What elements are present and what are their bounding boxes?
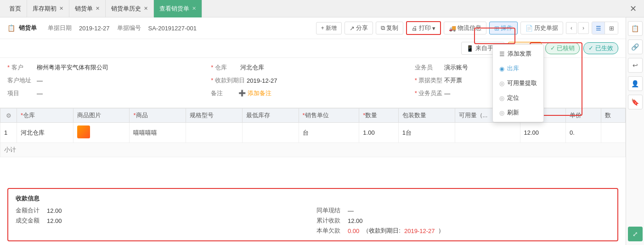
add-note-label: 添加备注 [248, 90, 271, 97]
total-amount-label: 金额合计 [16, 206, 43, 215]
history-button[interactable]: 📄 历史单据 [520, 22, 563, 34]
outstanding-date: 2019-12-27 [404, 228, 435, 234]
address-value: — [37, 77, 43, 84]
side-panel-btn-3[interactable]: ↩ [628, 58, 643, 73]
col-unit: *销售单位 [299, 108, 359, 123]
operations-button[interactable]: ⊞ 操作 [489, 22, 518, 34]
row-amount [601, 123, 625, 143]
row-quantity: 1.00 [359, 123, 398, 143]
share-button[interactable]: ↗ 分享 [345, 22, 373, 34]
dropdown-refresh[interactable]: ◎ 刷新 [493, 105, 543, 120]
dropdown-outbound[interactable]: ◉ 出库 [493, 61, 543, 76]
row-unit-price: 0. [566, 123, 601, 143]
number-label: 单据编号 [117, 24, 141, 32]
cumulative-label: 累计收款 [316, 217, 344, 225]
add-note-icon: ➕ [238, 90, 248, 97]
side-panel-btn-4[interactable]: 👤 [628, 76, 643, 91]
project-value: — [37, 90, 43, 97]
col-warehouse: *仓库 [17, 108, 73, 123]
print-label: 打印 [419, 24, 431, 32]
row-current-stock: 12.00 [520, 123, 566, 143]
tab-home-label: 首页 [9, 5, 21, 13]
available-pickup-label: 可用量提取 [507, 79, 537, 87]
subtotal-label: 小计 [0, 143, 626, 157]
list-view-button[interactable]: ☰ [592, 22, 605, 34]
col-unit-price: 单价 [566, 108, 601, 123]
locate-label: 定位 [507, 94, 519, 102]
row-warehouse: 河北仓库 [17, 123, 73, 143]
dropdown-available-pickup[interactable]: ◎ 可用量提取 [493, 76, 543, 91]
tab-sales-order[interactable]: 销货单 ✕ [69, 0, 106, 17]
table-row: 1 河北仓库 嘻嘻嘻嘻 台 1.00 1台 12.00 0. [0, 123, 626, 143]
doc-icon: 📋 [7, 24, 15, 32]
tab-sales-order-label: 销货单 [75, 5, 93, 13]
project-label: 项目 [7, 89, 35, 97]
table-settings-col[interactable]: ⚙ [0, 108, 17, 123]
payment-info-box: 收款信息 金额合计 12.00 成交金额 12.00 同单现结 — [7, 188, 618, 241]
grid-view-button[interactable]: ⊞ [605, 22, 618, 34]
deal-amount-label: 成交金额 [16, 217, 43, 225]
tab-view-sales-label: 查看销货单 [159, 5, 189, 13]
side-panel-btn-2[interactable]: 🔗 [628, 40, 643, 54]
tab-inventory-init-label: 库存期初 [33, 5, 56, 13]
print-button[interactable]: 🖨 打印 ▾ [406, 21, 441, 35]
checked-label: 已核销 [557, 45, 575, 51]
add-invoice-label: 添加发票 [508, 50, 531, 58]
outstanding-label: 本单欠款 [316, 227, 344, 235]
history-label: 历史单据 [534, 24, 558, 32]
tab-home[interactable]: 首页 [4, 0, 27, 17]
checked-badge: ✓ 已核销 [545, 42, 580, 54]
invoice-value: 不开票 [444, 76, 462, 85]
tab-view-sales[interactable]: 查看销货单 ✕ [154, 0, 202, 17]
due-date-label: 收款到期日 [211, 76, 245, 85]
date-value: 2019-12-27 [79, 25, 110, 32]
next-record-button[interactable]: › [578, 22, 589, 34]
share-label: 分享 [356, 24, 368, 32]
tab-sales-history-close[interactable]: ✕ [144, 6, 148, 11]
total-amount-value: 12.00 [47, 207, 62, 214]
copy-button[interactable]: ⧉ 复制 [376, 22, 403, 34]
refresh-label: 刷新 [507, 108, 519, 117]
row-product: 嘻嘻嘻嘻 [130, 123, 186, 143]
outstanding-value: 0.00 [348, 228, 359, 234]
new-button[interactable]: + 新增 [316, 22, 342, 34]
add-invoice-icon: ☰ [499, 51, 505, 57]
row-seq: 1 [0, 123, 17, 143]
share-icon: ↗ [350, 25, 355, 32]
dropdown-locate[interactable]: ◎ 定位 [493, 91, 543, 105]
tab-view-sales-close[interactable]: ✕ [192, 6, 196, 11]
operations-icon: ⊞ [494, 25, 499, 32]
effective-label: 已生效 [595, 45, 613, 51]
subtotal-row: 小计 [0, 143, 626, 157]
row-product-img [73, 123, 130, 143]
tab-inventory-init-close[interactable]: ✕ [59, 6, 63, 11]
tab-sales-history-label: 销货单历史 [111, 5, 141, 13]
tab-inventory-init[interactable]: 库存期初 ✕ [27, 0, 69, 17]
col-product-img: 商品图片 [73, 108, 130, 123]
same-order-value: — [348, 207, 354, 214]
add-note-button[interactable]: ➕ 添加备注 [238, 89, 271, 97]
print-icon: 🖨 [412, 25, 418, 32]
tab-sales-history[interactable]: 销货单历史 ✕ [106, 0, 154, 17]
document-header: 📋 销货单 单据日期 2019-12-27 单据编号 SA-20191227-0… [0, 17, 626, 39]
dropdown-add-invoice[interactable]: ☰ 添加发票 [493, 46, 543, 61]
note-label: 备注 [211, 89, 238, 97]
logistics-button[interactable]: 🚚 物流信息 [444, 22, 486, 34]
row-pack-qty: 1台 [398, 123, 455, 143]
side-panel-btn-5[interactable]: 🔖 [628, 95, 643, 109]
phone-icon: 📱 [466, 45, 474, 52]
col-amount: 数 [601, 108, 625, 123]
customer-value: 柳州粤港平安气体有限公司 [37, 63, 108, 72]
operations-dropdown: ☰ 添加发票 ◉ 出库 ◎ 可用量提取 ◎ 定位 ◎ 刷新 [492, 44, 544, 122]
deal-amount-value: 12.00 [47, 217, 62, 224]
col-pack-qty: 包装数量 [398, 108, 455, 123]
same-order-label: 同单现结 [316, 206, 344, 215]
tab-sales-order-close[interactable]: ✕ [96, 6, 100, 11]
side-panel-btn-1[interactable]: 📋 [628, 21, 643, 36]
side-panel-expand-button[interactable]: ⤢ [628, 227, 643, 241]
prev-record-button[interactable]: ‹ [566, 22, 577, 34]
logistics-label: 物流信息 [458, 24, 481, 32]
col-min-stock: 最低库存 [242, 108, 299, 123]
window-close-button[interactable]: ✕ [626, 4, 640, 14]
doc-type-label: 销货单 [19, 24, 37, 32]
